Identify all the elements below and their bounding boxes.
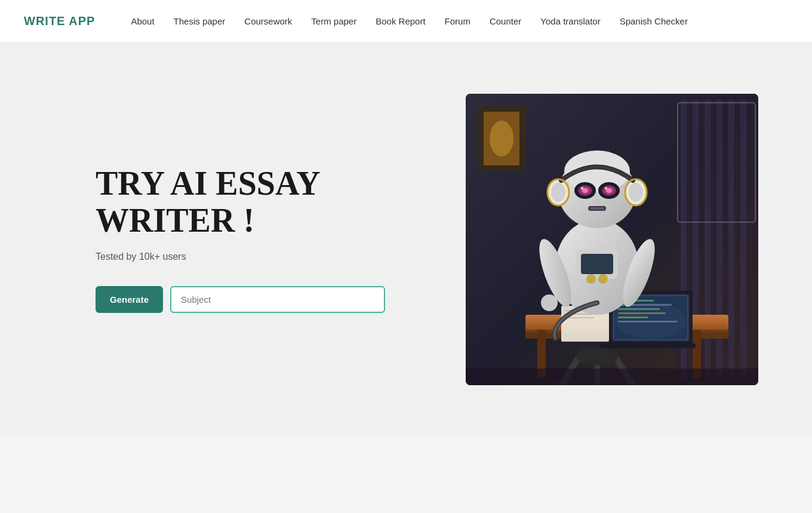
svg-rect-58 bbox=[590, 207, 604, 210]
site-logo[interactable]: WRITE APP bbox=[24, 14, 95, 28]
svg-point-55 bbox=[605, 187, 607, 189]
nav-item-thesis[interactable]: Thesis paper bbox=[174, 16, 226, 26]
svg-rect-33 bbox=[581, 254, 613, 274]
nav-item-coursework[interactable]: Coursework bbox=[244, 16, 292, 26]
hero-section: TRY AI ESSAY WRITER ! Tested by 10k+ use… bbox=[0, 43, 812, 435]
main-nav: About Thesis paper Coursework Term paper… bbox=[131, 16, 688, 26]
hero-form: Generate bbox=[96, 286, 442, 313]
hero-robot-image bbox=[466, 94, 758, 385]
hero-subtitle: Tested by 10k+ users bbox=[96, 251, 442, 262]
svg-point-34 bbox=[586, 274, 596, 284]
svg-point-37 bbox=[541, 294, 558, 311]
hero-title: TRY AI ESSAY WRITER ! bbox=[96, 165, 442, 239]
nav-item-term-paper[interactable]: Term paper bbox=[311, 16, 356, 26]
svg-point-35 bbox=[598, 274, 608, 284]
nav-item-counter[interactable]: Counter bbox=[490, 16, 521, 26]
svg-point-45 bbox=[629, 183, 643, 202]
nav-item-about[interactable]: About bbox=[131, 16, 154, 26]
nav-item-book-report[interactable]: Book Report bbox=[376, 16, 425, 26]
svg-point-60 bbox=[615, 303, 687, 339]
svg-point-3 bbox=[490, 121, 513, 156]
nav-item-spanish[interactable]: Spanish Checker bbox=[620, 16, 688, 26]
svg-rect-61 bbox=[466, 368, 758, 385]
hero-title-line2: WRITER ! bbox=[96, 202, 254, 239]
nav-item-yoda[interactable]: Yoda translator bbox=[540, 16, 600, 26]
site-header: WRITE APP About Thesis paper Coursework … bbox=[0, 0, 812, 43]
svg-rect-10 bbox=[740, 100, 746, 379]
svg-point-43 bbox=[551, 183, 565, 202]
subject-input[interactable] bbox=[170, 286, 385, 313]
svg-point-59 bbox=[576, 348, 618, 365]
hero-content: TRY AI ESSAY WRITER ! Tested by 10k+ use… bbox=[96, 165, 442, 312]
hero-title-line1: TRY AI ESSAY bbox=[96, 165, 321, 202]
svg-rect-26 bbox=[600, 343, 696, 348]
nav-item-forum[interactable]: Forum bbox=[445, 16, 470, 26]
below-hero bbox=[0, 435, 812, 513]
generate-button[interactable]: Generate bbox=[96, 286, 163, 313]
svg-point-56 bbox=[593, 199, 601, 204]
svg-rect-9 bbox=[728, 100, 734, 379]
svg-point-54 bbox=[581, 187, 583, 189]
